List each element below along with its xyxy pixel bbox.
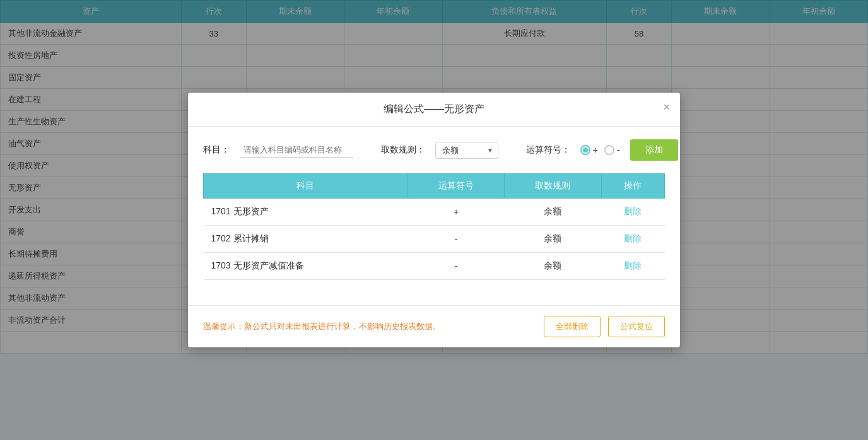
delete-button-1[interactable]: 删除 — [624, 206, 642, 216]
modal-header: 编辑公式——无形资产 × — [188, 93, 680, 127]
td-rule-2: 余额 — [505, 226, 601, 253]
form-separator2 — [511, 145, 513, 155]
add-button[interactable]: 添加 — [630, 139, 678, 161]
delete-button-2[interactable]: 删除 — [624, 233, 642, 243]
subject-label: 科目： — [203, 144, 230, 156]
radio-minus-circle — [604, 145, 614, 155]
td-subject-3: 1703 无形资产减值准备 — [204, 253, 408, 280]
radio-minus[interactable]: - — [604, 145, 620, 155]
table-row: 1703 无形资产减值准备 - 余额 删除 — [204, 253, 665, 280]
table-header-row: 科目 运算符号 取数规则 操作 — [204, 174, 665, 199]
delete-button-3[interactable]: 删除 — [624, 260, 642, 270]
rule-select[interactable]: 余额 借方发生额 贷方发生额 — [435, 142, 498, 159]
td-action-2: 删除 — [601, 226, 664, 253]
radio-minus-label: - — [617, 145, 620, 155]
footer-hint: 温馨提示：新公式只对未出报表进行计算，不影响历史报表数据。 — [203, 321, 441, 332]
modal-title: 编辑公式——无形资产 — [384, 103, 484, 114]
modal-dialog: 编辑公式——无形资产 × 科目： 取数规则： 余额 借方发生额 贷方发生额 — [188, 93, 680, 347]
modal-footer: 温馨提示：新公式只对未出报表进行计算，不影响历史报表数据。 全部删除 公式复位 — [188, 305, 680, 347]
reset-formula-button[interactable]: 公式复位 — [608, 316, 665, 337]
operator-label: 运算符号： — [526, 144, 570, 156]
table-row: 1702 累计摊销 - 余额 删除 — [204, 226, 665, 253]
th-rule: 取数规则 — [505, 174, 601, 199]
footer-buttons: 全部删除 公式复位 — [544, 316, 665, 337]
close-button[interactable]: × — [663, 101, 670, 113]
th-operator: 运算符号 — [408, 174, 504, 199]
td-action-1: 删除 — [601, 199, 664, 226]
page-container: 资产 行次 期末余额 年初余额 负债和所有者权益 行次 期末余额 年初余额 其他… — [0, 0, 868, 440]
radio-plus-label: + — [593, 145, 598, 155]
formula-form: 科目： 取数规则： 余额 借方发生额 贷方发生额 ▼ 运算符号： — [203, 139, 665, 161]
operator-radio-group: + - — [580, 145, 620, 155]
td-action-3: 删除 — [601, 253, 664, 280]
formula-table: 科目 运算符号 取数规则 操作 1701 无形资产 + 余额 删除 — [203, 173, 665, 280]
td-rule-3: 余额 — [505, 253, 601, 280]
modal-body: 科目： 取数规则： 余额 借方发生额 贷方发生额 ▼ 运算符号： — [188, 127, 680, 305]
radio-plus[interactable]: + — [580, 145, 598, 155]
modal-overlay: 编辑公式——无形资产 × 科目： 取数规则： 余额 借方发生额 贷方发生额 — [0, 0, 868, 440]
td-operator-2: - — [408, 226, 504, 253]
td-rule-1: 余额 — [505, 199, 601, 226]
table-row: 1701 无形资产 + 余额 删除 — [204, 199, 665, 226]
td-operator-1: + — [408, 199, 504, 226]
rule-label: 取数规则： — [381, 144, 425, 156]
td-subject-1: 1701 无形资产 — [204, 199, 408, 226]
rule-select-wrap: 余额 借方发生额 贷方发生额 ▼ — [435, 142, 498, 159]
subject-input[interactable] — [240, 142, 353, 158]
form-separator1 — [366, 145, 368, 155]
th-subject: 科目 — [204, 174, 408, 199]
td-operator-3: - — [408, 253, 504, 280]
radio-plus-circle — [580, 145, 590, 155]
td-subject-2: 1702 累计摊销 — [204, 226, 408, 253]
th-action: 操作 — [601, 174, 664, 199]
delete-all-button[interactable]: 全部删除 — [544, 316, 601, 337]
